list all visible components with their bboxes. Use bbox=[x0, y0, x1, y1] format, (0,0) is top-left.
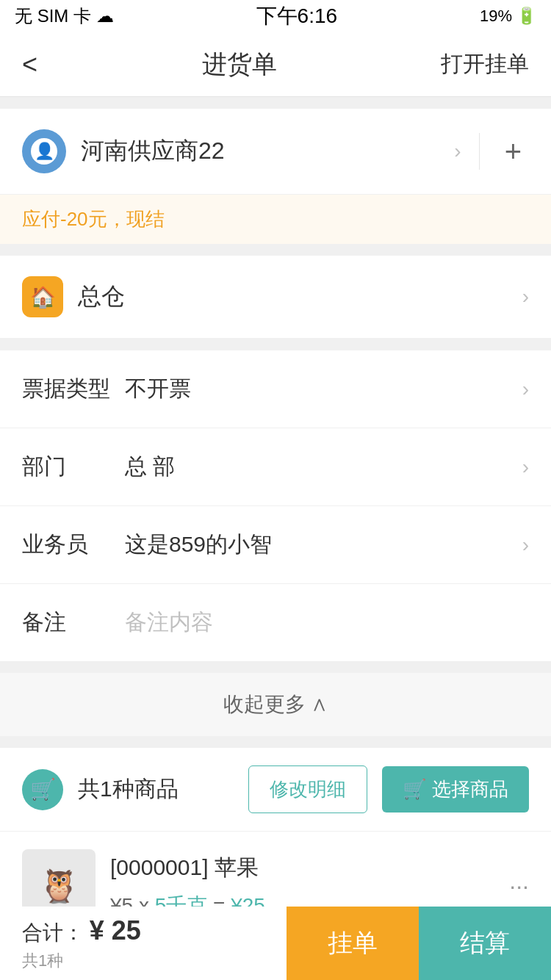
total-label-row: 合计： ¥ 25 bbox=[22, 915, 264, 947]
supplier-name: 河南供应商22 bbox=[81, 135, 454, 167]
warehouse-icon: 🏠 bbox=[22, 276, 63, 317]
select-product-label: 选择商品 bbox=[432, 777, 508, 802]
remark-label: 备注 bbox=[22, 608, 110, 638]
supplier-row[interactable]: 👤 河南供应商22 › + bbox=[0, 109, 551, 195]
warehouse-section: 🏠 总仓 › bbox=[0, 256, 551, 338]
department-chevron-icon: › bbox=[522, 455, 529, 479]
warehouse-chevron-icon: › bbox=[522, 285, 529, 309]
nav-bar: < 进货单 打开挂单 bbox=[0, 32, 551, 97]
open-pending-button[interactable]: 打开挂单 bbox=[441, 49, 529, 79]
avatar-icon: 👤 bbox=[31, 138, 57, 165]
salesman-value: 这是859的小智 bbox=[110, 530, 522, 560]
supplier-notice: 应付-20元，现结 bbox=[0, 195, 551, 244]
battery-percent: 19% bbox=[480, 7, 512, 26]
status-bar: 无 SIM 卡 ☁ 下午6:16 19% 🔋 bbox=[0, 0, 551, 32]
product-code: [0000001] bbox=[110, 855, 208, 879]
ticket-type-value: 不开票 bbox=[110, 374, 522, 404]
ticket-type-label: 票据类型 bbox=[22, 374, 110, 404]
total-count: 共1种 bbox=[22, 950, 264, 972]
page-title: 进货单 bbox=[202, 48, 277, 82]
department-label: 部门 bbox=[22, 452, 110, 482]
battery-icon: 🔋 bbox=[516, 7, 536, 26]
edit-detail-button[interactable]: 修改明细 bbox=[248, 765, 367, 813]
status-right: 19% 🔋 bbox=[480, 7, 536, 26]
supplier-chevron-icon: › bbox=[454, 140, 461, 163]
status-time: 下午6:16 bbox=[256, 2, 338, 30]
supplier-section: 👤 河南供应商22 › + 应付-20元，现结 bbox=[0, 109, 551, 244]
collapse-button[interactable]: 收起更多 ∧ bbox=[0, 673, 551, 736]
supplier-avatar: 👤 bbox=[22, 129, 66, 173]
total-section: 合计： ¥ 25 共1种 bbox=[0, 915, 287, 972]
salesman-label: 业务员 bbox=[22, 530, 110, 560]
bottom-bar: 合计： ¥ 25 共1种 挂单 结算 bbox=[0, 907, 551, 980]
total-amount: ¥ 25 bbox=[90, 915, 141, 945]
sim-status: 无 SIM 卡 ☁ bbox=[15, 4, 114, 28]
product-header: 🛒 共1种商品 修改明细 🛒 选择商品 bbox=[0, 748, 551, 831]
ticket-type-chevron-icon: › bbox=[522, 378, 529, 401]
ticket-type-row[interactable]: 票据类型 不开票 › bbox=[0, 350, 551, 428]
product-thumb-owl-icon: 🦉 bbox=[39, 867, 79, 905]
select-product-button[interactable]: 🛒 选择商品 bbox=[382, 766, 529, 813]
remark-row[interactable]: 备注 备注内容 bbox=[0, 583, 551, 661]
vertical-divider bbox=[479, 133, 480, 170]
remark-input[interactable]: 备注内容 bbox=[110, 608, 529, 638]
product-more-button[interactable]: ··· bbox=[509, 873, 529, 900]
department-value: 总 部 bbox=[110, 452, 522, 482]
salesman-chevron-icon: › bbox=[522, 533, 529, 557]
checkout-button[interactable]: 结算 bbox=[419, 907, 551, 980]
warehouse-name: 总仓 bbox=[78, 281, 522, 313]
select-product-icon: 🛒 bbox=[403, 778, 426, 801]
product-title: 苹果 bbox=[215, 855, 259, 879]
form-section: 票据类型 不开票 › 部门 总 部 › 业务员 这是859的小智 › 备注 备注… bbox=[0, 350, 551, 661]
hang-button[interactable]: 挂单 bbox=[287, 907, 419, 980]
product-name: [0000001] 苹果 bbox=[110, 853, 494, 883]
back-button[interactable]: < bbox=[22, 49, 37, 80]
warehouse-row[interactable]: 🏠 总仓 › bbox=[0, 256, 551, 338]
salesman-row[interactable]: 业务员 这是859的小智 › bbox=[0, 505, 551, 583]
product-section-icon: 🛒 bbox=[22, 769, 63, 810]
status-left: 无 SIM 卡 ☁ bbox=[15, 4, 114, 28]
product-count: 共1种商品 bbox=[78, 774, 234, 804]
total-label: 合计： bbox=[22, 921, 84, 944]
add-supplier-button[interactable]: + bbox=[497, 135, 529, 168]
department-row[interactable]: 部门 总 部 › bbox=[0, 428, 551, 505]
